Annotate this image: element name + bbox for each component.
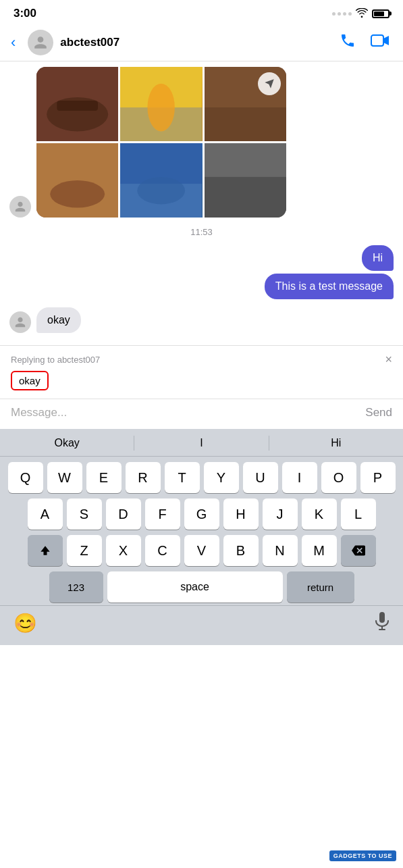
return-key[interactable]: return [287, 571, 354, 603]
emoji-button[interactable]: 😊 [14, 612, 37, 634]
keyboard-rows: Q W E R T Y U I O P A S D F G H J K L [0, 457, 403, 605]
shift-key[interactable] [28, 535, 63, 566]
key-G[interactable]: G [184, 499, 219, 530]
wifi-icon [356, 8, 368, 20]
svg-rect-0 [371, 35, 383, 46]
signal-icon [332, 12, 352, 16]
status-time: 3:00 [14, 7, 36, 20]
photo-6 [205, 143, 286, 218]
reply-header: Replying to abctest007 × [11, 353, 392, 367]
photo-4 [36, 143, 118, 218]
sent-messages: Hi This is a test message [0, 245, 403, 299]
svg-rect-16 [205, 177, 286, 218]
key-D[interactable]: D [106, 499, 141, 530]
received-message-row: okay [0, 305, 403, 336]
key-X[interactable]: X [106, 535, 141, 566]
sent-bubble-test: This is a test message [265, 274, 394, 299]
timestamp: 11:53 [0, 223, 403, 245]
svg-rect-12 [120, 143, 202, 218]
svg-rect-10 [36, 143, 118, 218]
key-E[interactable]: E [86, 462, 122, 493]
svg-point-14 [138, 177, 186, 204]
photo-grid-message [0, 61, 403, 223]
numbers-key[interactable]: 123 [49, 571, 103, 603]
key-C[interactable]: C [145, 535, 180, 566]
reply-quoted-text: okay [11, 371, 49, 390]
key-W[interactable]: W [47, 462, 82, 493]
key-S[interactable]: S [67, 499, 102, 530]
svg-rect-3 [57, 101, 98, 111]
svg-rect-15 [205, 143, 286, 218]
svg-rect-8 [205, 107, 286, 141]
svg-rect-13 [120, 143, 202, 184]
svg-point-11 [50, 180, 105, 207]
key-U[interactable]: U [243, 462, 278, 493]
back-button[interactable]: ‹ [11, 31, 21, 54]
key-row-4: 123 space return [3, 571, 400, 603]
input-row: Send [0, 399, 403, 429]
space-key[interactable]: space [107, 571, 283, 603]
key-Z[interactable]: Z [67, 535, 102, 566]
key-L[interactable]: L [341, 499, 376, 530]
key-H[interactable]: H [223, 499, 259, 530]
keyboard-suggestions: Okay I Hi [0, 429, 403, 457]
sent-bubble-hi: Hi [362, 245, 394, 271]
key-K[interactable]: K [302, 499, 337, 530]
photo-2 [120, 67, 202, 141]
sender-avatar [9, 196, 31, 218]
key-row-1: Q W E R T Y U I O P [3, 462, 400, 493]
svg-rect-1 [36, 67, 118, 141]
key-R[interactable]: R [126, 462, 161, 493]
svg-rect-4 [120, 67, 202, 141]
key-row-3: Z X C V B N M [3, 535, 400, 566]
keyboard: Okay I Hi Q W E R T Y U I O P A S D F G … [0, 429, 403, 645]
key-P[interactable]: P [360, 462, 396, 493]
received-bubble-okay: okay [36, 307, 81, 333]
key-V[interactable]: V [184, 535, 219, 566]
call-button[interactable] [334, 30, 361, 55]
status-bar: 3:00 [0, 0, 403, 24]
mic-button[interactable] [375, 611, 389, 634]
key-J[interactable]: J [263, 499, 298, 530]
suggestion-i[interactable]: I [134, 436, 269, 451]
battery-icon [372, 9, 389, 18]
video-call-button[interactable] [368, 30, 392, 55]
chat-header: ‹ abctest007 [0, 24, 403, 61]
reply-close-button[interactable]: × [385, 353, 392, 367]
avatar [28, 30, 53, 55]
key-row-2: A S D F G H J K L [3, 499, 400, 530]
svg-rect-18 [379, 612, 385, 623]
contact-name: abctest007 [60, 36, 327, 49]
reply-bar: Replying to abctest007 × okay [0, 345, 403, 399]
svg-point-2 [47, 97, 108, 132]
status-icons [332, 8, 389, 20]
key-T[interactable]: T [165, 462, 200, 493]
svg-rect-5 [120, 107, 202, 141]
svg-point-6 [148, 84, 175, 132]
photo-1 [36, 67, 118, 141]
chat-area: 11:53 Hi This is a test message okay [0, 61, 403, 345]
key-A[interactable]: A [28, 499, 63, 530]
reply-to-label: Replying to abctest007 [11, 355, 100, 365]
key-O[interactable]: O [321, 462, 356, 493]
suggestion-hi[interactable]: Hi [269, 436, 403, 451]
share-button[interactable] [258, 72, 281, 95]
key-F[interactable]: F [145, 499, 180, 530]
key-M[interactable]: M [302, 535, 337, 566]
photo-grid [36, 67, 286, 218]
send-button[interactable]: Send [357, 403, 392, 422]
photo-5 [120, 143, 202, 218]
bottom-bar: 😊 [0, 605, 403, 645]
key-I[interactable]: I [282, 462, 317, 493]
message-input[interactable] [11, 406, 357, 419]
key-Q[interactable]: Q [8, 462, 43, 493]
suggestion-okay[interactable]: Okay [0, 436, 134, 451]
key-Y[interactable]: Y [204, 462, 239, 493]
delete-key[interactable] [341, 535, 376, 566]
receiver-avatar [9, 311, 31, 333]
watermark: GADGETS TO USE [329, 850, 396, 861]
key-N[interactable]: N [263, 535, 298, 566]
key-B[interactable]: B [223, 535, 259, 566]
